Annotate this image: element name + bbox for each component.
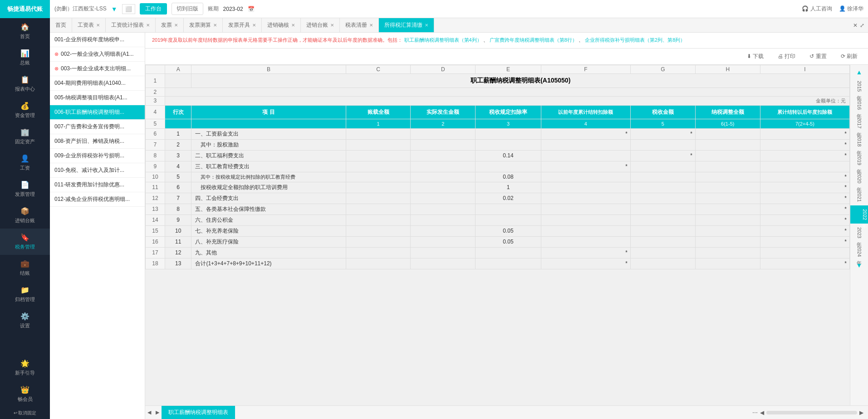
bottom-sheet-tab[interactable]: 职工薪酬纳税调整明细表 bbox=[162, 406, 235, 419]
tab-tax-annual[interactable]: 所得税汇算清缴✕ bbox=[379, 18, 434, 33]
year-2017[interactable]: 2017年 bbox=[856, 114, 863, 132]
refresh-button[interactable]: ⟳ 刷新 bbox=[837, 51, 861, 62]
tab-close-salary[interactable]: ✕ bbox=[96, 23, 100, 28]
tab-close-all[interactable]: ✕ bbox=[853, 22, 858, 29]
row5-6: 6(1-5) bbox=[695, 119, 760, 128]
sidebar-item-purchase[interactable]: 📦 进销台账 bbox=[0, 202, 50, 229]
col4-header: 以前年度累计结转扣除额 bbox=[541, 105, 630, 119]
year-2015[interactable]: 2015年 bbox=[856, 77, 863, 95]
print-button[interactable]: 🖨 打印 bbox=[774, 51, 799, 62]
tab-close-salary-report[interactable]: ✕ bbox=[146, 23, 150, 28]
tab-invoice-calc[interactable]: 发票测算✕ bbox=[184, 18, 223, 33]
toolbar: ⬇ 下载 🖨 打印 ↺ 重置 ⟳ 刷新 bbox=[145, 49, 868, 65]
sidebar-item-archive[interactable]: 📁 归档管理 bbox=[0, 281, 50, 307]
year-2019[interactable]: 2019年 bbox=[856, 151, 863, 169]
tab-invoice-open[interactable]: 发票开具✕ bbox=[223, 18, 262, 33]
tab-close-purchase-ledger[interactable]: ✕ bbox=[330, 23, 334, 28]
warning-highlight-2: 广宣费跨年度纳税调整明细表（第8行） bbox=[490, 37, 577, 43]
year-2021[interactable]: 2021年 bbox=[856, 187, 863, 205]
tab-expand[interactable]: ⤢ bbox=[860, 22, 864, 29]
tab-salary[interactable]: 工资表✕ bbox=[72, 18, 106, 33]
left-item-005[interactable]: 005-纳税调整项目明细表(A1... bbox=[50, 91, 145, 105]
left-item-010[interactable]: 010-免税、减计收入及加计... bbox=[50, 163, 145, 178]
switch-old-button[interactable]: 切到旧版 bbox=[172, 3, 203, 15]
left-item-006[interactable]: 006-职工薪酬纳税调整明细... bbox=[50, 105, 145, 120]
left-item-002[interactable]: ⊗ 002-一般企业收入明细表(A1... bbox=[50, 47, 145, 62]
cancel-fixed[interactable]: ↩ 取消固定 bbox=[0, 407, 50, 419]
left-item-009[interactable]: 009-企业所得税弥补亏损明... bbox=[50, 149, 145, 163]
reports-icon: 📋 bbox=[20, 75, 29, 84]
left-item-007[interactable]: 007-广告费和业务宣传费明... bbox=[50, 120, 145, 134]
tab-close-invoice-calc[interactable]: ✕ bbox=[213, 23, 217, 28]
sidebar-item-assets[interactable]: 🏢 固定资产 bbox=[0, 123, 50, 150]
left-item-011[interactable]: 011-研发费用加计扣除优惠... bbox=[50, 178, 145, 192]
reset-button[interactable]: ↺ 重置 bbox=[806, 51, 830, 62]
tab-close-tax-list[interactable]: ✕ bbox=[369, 23, 373, 28]
sidebar-item-ledger[interactable]: 📊 总账 bbox=[0, 44, 50, 71]
sidebar-item-settings[interactable]: ⚙️ 设置 bbox=[0, 307, 50, 334]
tab-close-purchase-verify[interactable]: ✕ bbox=[291, 23, 295, 28]
download-button[interactable]: ⬇ 下载 bbox=[743, 51, 767, 62]
salary-icon: 👤 bbox=[20, 154, 29, 163]
col-d-header: D bbox=[411, 65, 476, 73]
year-2022[interactable]: 2022年 bbox=[850, 205, 868, 224]
sidebar-item-reports[interactable]: 📋 报表中心 bbox=[0, 71, 50, 97]
tab-purchase-verify[interactable]: 进销确核✕ bbox=[262, 18, 301, 33]
year-2016[interactable]: 2016年 bbox=[856, 95, 863, 113]
sidebar-item-tax[interactable]: 🔖 税务管理 bbox=[0, 229, 50, 255]
scroll-left-btn[interactable]: ◀ bbox=[760, 409, 764, 416]
workbench-button[interactable]: 工作台 bbox=[140, 3, 167, 15]
scroll-right-btn[interactable]: ▶ bbox=[859, 409, 863, 416]
tab-close-invoice[interactable]: ✕ bbox=[174, 23, 178, 28]
sidebar-item-guide[interactable]: 🌟 新手引导 bbox=[0, 355, 50, 381]
calendar-icon[interactable]: 📅 bbox=[248, 6, 255, 12]
left-item-001[interactable]: 001-企业所得税年度纳税申... bbox=[50, 33, 145, 47]
sidebar-item-salary[interactable]: 👤 工资 bbox=[0, 150, 50, 176]
content-area: 001-企业所得税年度纳税申... ⊗ 002-一般企业收入明细表(A1... … bbox=[50, 33, 868, 419]
tab-home[interactable]: 首页 bbox=[50, 18, 72, 33]
tab-close-invoice-open[interactable]: ✕ bbox=[252, 23, 256, 28]
year-down-nav[interactable]: ▼ bbox=[855, 260, 864, 270]
year-2023[interactable]: 2023年 bbox=[856, 224, 863, 242]
row5-b bbox=[191, 119, 346, 128]
warning-highlight-3: 企业所得税弥补亏损明细表（第2列、第8列） bbox=[585, 37, 685, 43]
table-title: 职工薪酬纳税调整明细表(A105050) bbox=[191, 73, 850, 88]
guide-icon: 🌟 bbox=[20, 359, 29, 368]
left-item-008[interactable]: 008-资产折旧、摊销及纳税... bbox=[50, 134, 145, 149]
year-up-nav[interactable]: ▲ bbox=[855, 67, 864, 77]
horizontal-scrollbar[interactable] bbox=[766, 411, 857, 414]
sidebar-item-home[interactable]: 🏠 首页 bbox=[0, 18, 50, 44]
sidebar-item-invoice[interactable]: 📄 发票管理 bbox=[0, 176, 50, 202]
settings-icon: ⚙️ bbox=[20, 312, 29, 321]
sidebar-item-close[interactable]: 💼 结账 bbox=[0, 255, 50, 281]
user-avatar[interactable]: 👤 徐泽华 bbox=[839, 5, 863, 13]
sheet-next-nav[interactable]: ▶ bbox=[153, 409, 162, 415]
tab-purchase-ledger[interactable]: 进销台账✕ bbox=[301, 18, 340, 33]
tab-tax-list[interactable]: 税表清册✕ bbox=[340, 18, 379, 33]
invoice-icon: 📄 bbox=[20, 180, 29, 189]
sheet-prev-nav[interactable]: ◀ bbox=[145, 409, 153, 415]
scroll-options-icon[interactable]: ⋯ bbox=[752, 409, 758, 416]
year-2018[interactable]: 2018年 bbox=[856, 132, 863, 150]
tab-salary-report[interactable]: 工资统计报表✕ bbox=[106, 18, 156, 33]
sidebar-item-funds[interactable]: 💰 资金管理 bbox=[0, 97, 50, 123]
spreadsheet: A B C D E F G H I bbox=[145, 65, 850, 269]
year-2020[interactable]: 2020年 bbox=[856, 169, 863, 187]
col-e-header: E bbox=[476, 65, 541, 73]
row5-a bbox=[165, 119, 191, 128]
tab-close-tax-annual[interactable]: ✕ bbox=[425, 23, 428, 28]
support-button[interactable]: 🎧 人工咨询 bbox=[802, 5, 832, 13]
member-icon: 👑 bbox=[20, 385, 29, 394]
copy-icon-btn[interactable]: ⬜ bbox=[122, 4, 135, 14]
sidebar-item-member[interactable]: 👑 畅会员 bbox=[0, 381, 50, 407]
row-3-num: 3 bbox=[146, 96, 165, 105]
year-2024[interactable]: 2024年 bbox=[856, 242, 863, 260]
company-dropdown-icon[interactable]: ▼ bbox=[111, 5, 118, 13]
table-row: 15 10 七、补充养老保险 0.05 * bbox=[146, 225, 850, 236]
left-item-003[interactable]: ⊗ 003-一般企业成本支出明细... bbox=[50, 62, 145, 76]
table-row: 16 11 八、补充医疗保险 0.05 * bbox=[146, 236, 850, 247]
tab-invoice[interactable]: 发票✕ bbox=[156, 18, 184, 33]
left-item-004[interactable]: 004-期间费用明细表(A1040... bbox=[50, 76, 145, 91]
tab-actions: ✕ ⤢ bbox=[849, 22, 868, 29]
left-item-012[interactable]: 012-减免企业所得税优惠明细... bbox=[50, 192, 145, 207]
